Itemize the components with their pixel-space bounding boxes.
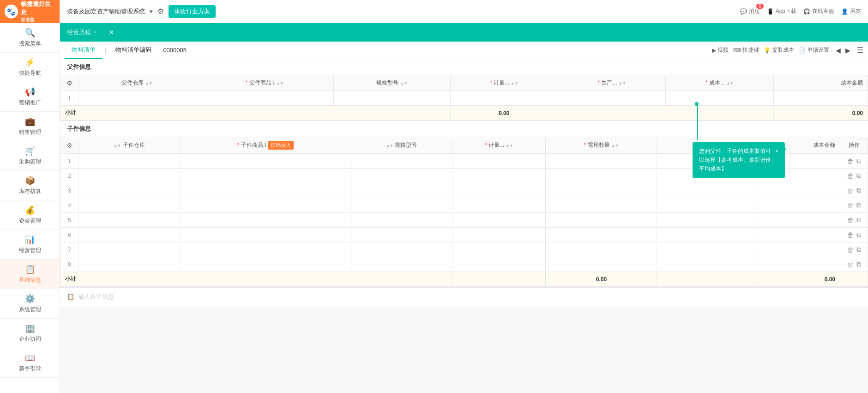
delete-icon-2[interactable]: 🗑 [847, 172, 854, 180]
child-row-spec-4[interactable] [351, 198, 452, 213]
child-row-unit-2[interactable] [452, 169, 546, 183]
child-row-quantity-3[interactable] [546, 183, 657, 198]
child-row-warehouse-1[interactable] [79, 154, 180, 169]
sidebar-item-purchase[interactable]: 🛒采购管理 [0, 141, 60, 171]
sidebar-item-quick-nav[interactable]: ⚡快捷导航 [0, 53, 60, 82]
tooltip-close-icon[interactable]: × [775, 147, 778, 156]
child-row-goods-4[interactable] [180, 198, 351, 213]
child-row-unit-4[interactable] [452, 198, 546, 213]
child-row-spec-8[interactable] [351, 257, 452, 272]
child-row-goods-1[interactable] [180, 154, 351, 169]
child-row-spec-1[interactable] [351, 154, 452, 169]
child-row-unit-1[interactable] [452, 154, 546, 169]
child-row-unit-5[interactable] [452, 213, 546, 228]
sidebar-item-capital[interactable]: 💰资金管理 [0, 200, 60, 230]
dropdown-icon[interactable]: ▾ [150, 8, 153, 15]
child-settings-gear-icon[interactable]: ⚙ [66, 142, 72, 149]
delete-icon-4[interactable]: 🗑 [847, 202, 854, 209]
child-row-warehouse-4[interactable] [79, 198, 180, 213]
sidebar-item-inventory[interactable]: 📦库存核算 [0, 171, 60, 200]
child-row-unit-7[interactable] [452, 242, 546, 257]
child-row-warehouse-5[interactable] [79, 213, 180, 228]
child-row-unit-cost-5[interactable] [657, 213, 758, 228]
sub-tab-bom-code[interactable]: 物料清单编码 [108, 42, 158, 59]
sidebar-item-system[interactable]: ⚙️系统管理 [0, 289, 60, 319]
copy-icon-8[interactable]: ⧉ [856, 260, 861, 268]
child-row-quantity-2[interactable] [546, 169, 657, 183]
sidebar-item-operations[interactable]: 📊经营管理 [0, 230, 60, 260]
delete-icon-1[interactable]: 🗑 [847, 157, 854, 165]
child-row-warehouse-6[interactable] [79, 228, 180, 242]
sidebar-item-basic-info[interactable]: 📋基础信息 [0, 260, 60, 289]
child-row-spec-7[interactable] [351, 242, 452, 257]
parent-th-settings[interactable]: ⚙ [60, 75, 79, 91]
copy-icon-3[interactable]: ⧉ [856, 187, 861, 194]
copy-icon-1[interactable]: ⧉ [856, 157, 861, 165]
sidebar-item-search[interactable]: 🔍搜索菜单 [0, 23, 60, 53]
child-row-unit-8[interactable] [452, 257, 546, 272]
child-row-spec-3[interactable] [351, 183, 452, 198]
child-row-goods-6[interactable] [180, 228, 351, 242]
child-row-warehouse-3[interactable] [79, 183, 180, 198]
child-row-unit-cost-8[interactable] [657, 257, 758, 272]
settings-gear-icon[interactable]: ⚙ [66, 79, 72, 87]
user-item[interactable]: 👤 用友 [841, 7, 861, 15]
child-row-quantity-8[interactable] [546, 257, 657, 272]
sidebar-item-sales[interactable]: 💼销售管理 [0, 112, 60, 141]
scan-button[interactable]: 扫码录入 [268, 141, 294, 150]
child-row-goods-8[interactable] [180, 257, 351, 272]
child-row-warehouse-8[interactable] [79, 257, 180, 272]
single-settings-action[interactable]: 📄 单据设置 [799, 46, 829, 54]
copy-icon-4[interactable]: ⧉ [856, 201, 861, 209]
settings-icon[interactable]: ⚙ [157, 7, 164, 16]
bottom-bar[interactable]: 📋 输入备注信息 [60, 287, 868, 306]
child-row-goods-5[interactable] [180, 213, 351, 228]
online-service-item[interactable]: 🎧 在线客服 [803, 7, 834, 15]
parent-row-unit[interactable] [450, 91, 558, 106]
nav-close-all[interactable]: × [104, 23, 119, 42]
child-row-quantity-5[interactable] [546, 213, 657, 228]
parent-row-production[interactable] [558, 91, 665, 106]
nav-prev-icon[interactable]: ◀ [834, 47, 843, 54]
extract-cost-action[interactable]: 💡 提取成本 [764, 46, 794, 54]
child-row-spec-2[interactable] [351, 169, 452, 183]
copy-icon-7[interactable]: ⧉ [856, 246, 861, 254]
child-row-goods-7[interactable] [180, 242, 351, 257]
delete-icon-7[interactable]: 🗑 [847, 246, 854, 254]
child-row-quantity-1[interactable] [546, 154, 657, 169]
sub-tab-bom-list[interactable]: 物料清单 [65, 42, 102, 59]
copy-icon-5[interactable]: ⧉ [856, 216, 861, 224]
delete-icon-3[interactable]: 🗑 [847, 187, 854, 194]
video-action[interactable]: ▶ 视频 [712, 46, 729, 54]
parent-row-warehouse[interactable] [79, 91, 195, 106]
child-th-settings[interactable]: ⚙ [60, 137, 79, 154]
parent-row-goods[interactable] [195, 91, 334, 106]
child-row-unit-6[interactable] [452, 228, 546, 242]
child-row-quantity-6[interactable] [546, 228, 657, 242]
experience-button[interactable]: 体验行业方案 [169, 5, 216, 18]
child-row-unit-cost-3[interactable] [657, 183, 758, 198]
child-row-spec-6[interactable] [351, 228, 452, 242]
delete-icon-8[interactable]: 🗑 [847, 261, 854, 268]
child-row-goods-2[interactable] [180, 169, 351, 183]
child-row-spec-5[interactable] [351, 213, 452, 228]
nav-tab-close-business-history[interactable]: × [94, 29, 97, 36]
sidebar-item-guide[interactable]: 📖新手引导 [0, 348, 60, 378]
shortcut-action[interactable]: ⌨ 快捷键 [733, 46, 759, 54]
parent-row-cost[interactable] [666, 91, 773, 106]
app-download-item[interactable]: 📱 App下载 [767, 7, 796, 15]
sidebar-item-enterprise[interactable]: 🏢企业协同 [0, 319, 60, 348]
child-row-warehouse-7[interactable] [79, 242, 180, 257]
child-row-unit-cost-6[interactable] [657, 228, 758, 242]
delete-icon-5[interactable]: 🗑 [847, 217, 854, 224]
grid-icon[interactable]: ☰ [857, 46, 863, 54]
child-row-warehouse-2[interactable] [79, 169, 180, 183]
copy-icon-2[interactable]: ⧉ [856, 172, 861, 180]
delete-icon-6[interactable]: 🗑 [847, 231, 854, 239]
child-row-unit-cost-4[interactable] [657, 198, 758, 213]
child-row-unit-cost-7[interactable] [657, 242, 758, 257]
child-row-unit-3[interactable] [452, 183, 546, 198]
child-row-quantity-4[interactable] [546, 198, 657, 213]
nav-next-icon[interactable]: ▶ [844, 47, 852, 54]
child-row-goods-3[interactable] [180, 183, 351, 198]
